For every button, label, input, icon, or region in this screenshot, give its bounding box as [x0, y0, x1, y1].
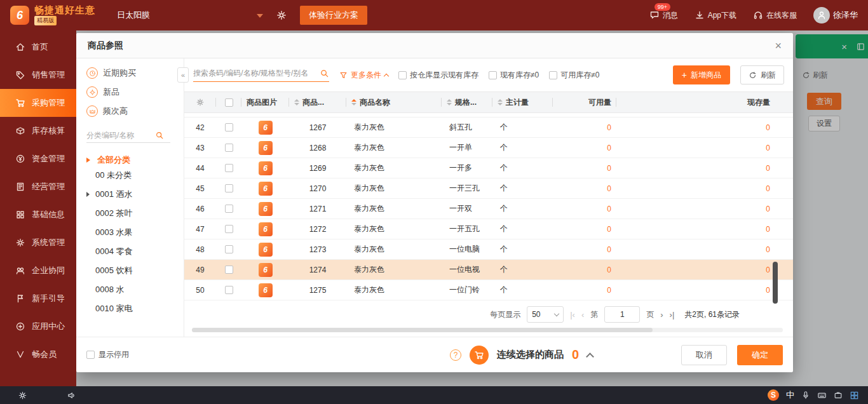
confirm-button[interactable]: 确定: [737, 345, 783, 365]
category-search-icon[interactable]: [155, 131, 164, 140]
column-header-6[interactable]: 规格...: [442, 92, 492, 112]
sidebar-item-11[interactable]: 应用中心: [0, 313, 76, 340]
category-item-5[interactable]: 0004 零食: [86, 242, 184, 261]
category-item-3[interactable]: 0002 茶叶: [86, 204, 184, 223]
table-row[interactable]: 4961274泰力灰色一位电视个00: [184, 260, 793, 280]
cancel-button[interactable]: 取消: [681, 345, 727, 365]
toolbox-icon[interactable]: [834, 391, 843, 400]
row-checkbox[interactable]: [225, 205, 233, 213]
taskbar-gear-icon[interactable]: [18, 391, 27, 400]
select-all-checkbox[interactable]: [216, 92, 241, 112]
expand-triangle-icon[interactable]: [86, 192, 92, 197]
sogou-ime-icon[interactable]: S: [768, 389, 779, 401]
horizontal-scroll-thumb[interactable]: [192, 328, 653, 332]
messages-button[interactable]: 99+ 消息: [649, 10, 678, 21]
show-disabled-toggle[interactable]: 显示停用: [86, 349, 129, 360]
sort-icon[interactable]: [351, 99, 356, 105]
sidebar-item-2[interactable]: 销售管理: [0, 61, 76, 89]
filter-checkbox-2[interactable]: 现有库存≠0: [489, 70, 539, 81]
keyboard-icon[interactable]: [817, 391, 827, 400]
filter-checkbox-3[interactable]: 可用库存≠0: [549, 70, 599, 81]
horizontal-scrollbar[interactable]: [192, 328, 783, 332]
table-row[interactable]: 5061275泰力灰色一位门铃个00: [184, 280, 793, 300]
table-row[interactable]: 4561270泰力灰色一开三孔个00: [184, 178, 793, 199]
app-grid-icon[interactable]: [850, 391, 859, 400]
sidebar-item-3[interactable]: 采购管理: [0, 89, 76, 117]
next-page-button[interactable]: ›: [660, 310, 663, 320]
user-menu[interactable]: 徐泽华: [813, 7, 858, 24]
sidebar-item-7[interactable]: 基础信息: [0, 201, 76, 229]
sidebar-item-1[interactable]: 首页: [0, 33, 76, 61]
cart-icon[interactable]: [470, 346, 489, 365]
checkbox[interactable]: [398, 71, 407, 79]
category-item-8[interactable]: 0010 家电: [86, 299, 184, 318]
sidebar-item-4[interactable]: 库存核算: [0, 117, 76, 145]
row-checkbox[interactable]: [225, 286, 233, 294]
row-checkbox[interactable]: [225, 123, 233, 131]
experience-solution-button[interactable]: 体验行业方案: [300, 6, 367, 25]
show-disabled-checkbox[interactable]: [86, 351, 95, 359]
sidebar-item-6[interactable]: 经营管理: [0, 173, 76, 201]
row-checkbox[interactable]: [225, 164, 233, 172]
category-item-2[interactable]: 0001 酒水: [86, 185, 184, 204]
company-selector[interactable]: 日太阳膜: [117, 10, 263, 21]
category-item-7[interactable]: 0008 水: [86, 280, 184, 299]
vertical-scroll-thumb[interactable]: [773, 262, 778, 304]
category-item-1[interactable]: 00 未分类: [86, 166, 184, 185]
sidebar-item-10[interactable]: 新手引导: [0, 285, 76, 313]
collapse-summary-icon[interactable]: [586, 353, 594, 361]
sort-icon[interactable]: [294, 99, 299, 105]
first-page-button[interactable]: |‹: [570, 310, 575, 320]
online-support-button[interactable]: 在线客服: [753, 10, 797, 21]
filter-checkbox-1[interactable]: 按仓库显示现有库存: [398, 70, 478, 81]
row-checkbox[interactable]: [225, 266, 233, 274]
sidebar-item-5[interactable]: 资金管理: [0, 145, 76, 173]
speaker-icon[interactable]: [67, 391, 76, 400]
sidebar-item-9[interactable]: 企业协同: [0, 257, 76, 285]
column-settings-button[interactable]: [184, 92, 216, 112]
sidebar-item-8[interactable]: 系统管理: [0, 229, 76, 257]
checkbox[interactable]: [489, 71, 497, 79]
row-checkbox[interactable]: [225, 225, 233, 233]
more-filters-button[interactable]: 更多条件: [339, 70, 388, 81]
table-row[interactable]: 4361268泰力灰色一开单个00: [184, 138, 793, 158]
app-download-button[interactable]: App下载: [695, 10, 736, 21]
category-root[interactable]: 全部分类: [86, 154, 184, 166]
close-icon[interactable]: ×: [775, 40, 782, 51]
quick-filter-1[interactable]: 近期购买: [86, 64, 184, 83]
category-item-6[interactable]: 0005 饮料: [86, 261, 184, 280]
checkbox[interactable]: [549, 71, 557, 79]
table-row[interactable]: 4261267泰力灰色斜五孔个00: [184, 118, 793, 138]
page-number-input[interactable]: [604, 306, 640, 323]
quick-filter-2[interactable]: 新品: [86, 83, 184, 102]
column-header-4[interactable]: 商品...: [289, 92, 346, 112]
column-header-7[interactable]: 主计量: [492, 92, 553, 112]
table-row[interactable]: 4461269泰力灰色一开多个00: [184, 158, 793, 178]
prev-page-button[interactable]: ‹: [581, 310, 584, 320]
collapse-panel-button[interactable]: «: [177, 67, 189, 83]
settings-gear-button[interactable]: [276, 10, 287, 21]
sort-icon[interactable]: [498, 99, 503, 105]
category-search-input[interactable]: [86, 131, 155, 140]
product-image: 6: [259, 141, 273, 155]
product-search-icon[interactable]: [320, 69, 329, 78]
product-search-input[interactable]: [193, 69, 320, 77]
row-checkbox[interactable]: [225, 144, 233, 152]
category-item-4[interactable]: 0003 水果: [86, 223, 184, 242]
ime-language-toggle[interactable]: 中: [786, 389, 794, 401]
row-checkbox[interactable]: [225, 245, 233, 253]
help-icon[interactable]: ?: [450, 349, 461, 361]
refresh-button[interactable]: 刷新: [740, 65, 784, 84]
add-product-button[interactable]: + 新增商品: [673, 65, 730, 84]
column-header-5[interactable]: 商品名称: [346, 92, 442, 112]
table-row[interactable]: 4661271泰力灰色一开双个00: [184, 199, 793, 219]
mic-icon[interactable]: [801, 391, 810, 400]
table-row[interactable]: 4861273泰力灰色一位电脑个00: [184, 239, 793, 260]
table-row[interactable]: 4761272泰力灰色一开五孔个00: [184, 219, 793, 239]
row-checkbox[interactable]: [225, 184, 233, 192]
per-page-select[interactable]: 50: [527, 306, 564, 323]
last-page-button[interactable]: ›|: [670, 310, 675, 320]
sort-icon[interactable]: [447, 99, 452, 105]
sidebar-item-12[interactable]: 畅会员: [0, 340, 76, 368]
quick-filter-3[interactable]: 频次高: [86, 102, 184, 121]
